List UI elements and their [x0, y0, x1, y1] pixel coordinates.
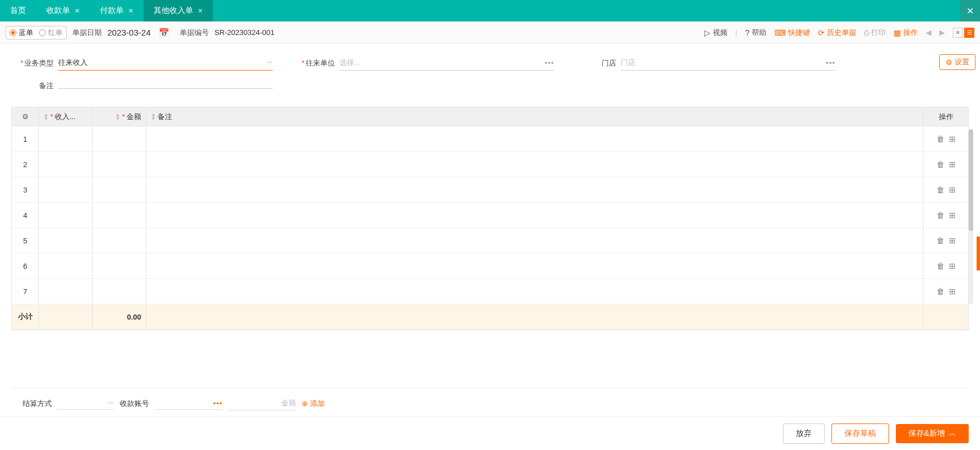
table-row[interactable]: 3 — [12, 177, 923, 203]
radio-blue[interactable]: 蓝单 — [10, 28, 33, 38]
biztype-select[interactable]: 往来收入﹀ — [58, 55, 273, 71]
subtotal-row: 小计0.00 — [12, 304, 923, 330]
close-icon[interactable]: ✕ — [75, 7, 80, 15]
delete-row-icon[interactable]: 🗑 — [937, 261, 944, 270]
chevron-up-icon: ︿ — [948, 429, 956, 439]
footer: 放弃 保存草稿 保存&新增︿ — [0, 416, 980, 450]
save-draft-button[interactable]: 保存草稿 — [831, 423, 889, 444]
tab-label: 首页 — [10, 6, 26, 16]
toolbar-right: ▷视频 | ?帮助 ⌨快捷键 ⟳历史单据 ⎙打印 ▦操作 ◀ ▶ ≡ ☰ — [704, 28, 974, 38]
store-select[interactable]: 门店••• — [621, 55, 835, 71]
delete-row-icon[interactable]: 🗑 — [937, 236, 944, 245]
save-and-new-button[interactable]: 保存&新增︿ — [896, 424, 969, 443]
table-row[interactable]: 4 — [12, 203, 923, 228]
help-link[interactable]: ?帮助 — [745, 28, 766, 38]
add-row-icon[interactable]: ⊞ — [949, 134, 956, 143]
grid-wrap: ⚙ ▲▼*收入... ▲▼*金额 ▲▼备注 1 2 3 4 5 6 7 小计0.… — [0, 107, 980, 388]
vertical-scrollbar[interactable] — [969, 129, 973, 304]
delete-row-icon[interactable]: 🗑 — [937, 287, 944, 296]
video-link[interactable]: ▷视频 — [704, 28, 728, 38]
delete-row-icon[interactable]: 🗑 — [937, 160, 944, 169]
add-row-icon[interactable]: ⊞ — [949, 185, 956, 194]
docno-label: 单据编号 — [180, 28, 209, 38]
shortcut-link[interactable]: ⌨快捷键 — [774, 28, 810, 38]
grid-gear[interactable]: ⚙ — [12, 107, 39, 126]
field-label: 门店 — [594, 58, 616, 68]
play-icon: ▷ — [704, 28, 711, 37]
row-number: 3 — [12, 177, 39, 202]
delete-row-icon[interactable]: 🗑 — [937, 185, 944, 194]
close-all-tabs[interactable]: ✕ — [960, 0, 980, 21]
settlement-row: 结算方式 ﹀ 收款账号 ••• 金额 ⊕添加 — [11, 388, 969, 416]
col-remark[interactable]: ▲▼备注 — [146, 107, 923, 126]
field-label: 业务类型 — [24, 59, 54, 67]
history-link[interactable]: ⟳历史单据 — [818, 28, 856, 38]
add-row-icon[interactable]: ⊞ — [949, 211, 956, 220]
add-settlement-button[interactable]: ⊕添加 — [302, 399, 325, 409]
tab-receipt[interactable]: 收款单✕ — [36, 0, 90, 21]
settle-method-select[interactable]: ﹀ — [58, 397, 114, 410]
delete-row-icon[interactable]: 🗑 — [937, 134, 944, 143]
subtotal-amount: 0.00 — [93, 304, 146, 329]
nav-prev[interactable]: ◀ — [926, 28, 931, 37]
settle-account-select[interactable]: ••• — [155, 397, 223, 410]
add-row-icon[interactable]: ⊞ — [949, 160, 956, 169]
table-row[interactable]: 2 — [12, 152, 923, 177]
field-biztype: *业务类型 往来收入﹀ — [14, 55, 273, 71]
date-label: 单据日期 — [72, 28, 102, 38]
calendar-icon[interactable]: 📅 — [159, 28, 169, 38]
add-row-icon[interactable]: ⊞ — [949, 287, 956, 296]
more-icon[interactable]: ••• — [545, 59, 554, 67]
row-number: 1 — [12, 126, 39, 151]
scrollbar-thumb[interactable] — [969, 129, 973, 231]
ops-link[interactable]: ▦操作 — [894, 28, 918, 38]
more-icon[interactable]: ••• — [213, 399, 223, 408]
keyboard-icon: ⌨ — [774, 28, 786, 37]
remark-input[interactable] — [58, 84, 273, 89]
row-ops: 🗑⊞ — [924, 203, 968, 228]
date-value[interactable]: 2023-03-24 — [107, 28, 151, 37]
settings-button[interactable]: ⚙设置 — [939, 54, 975, 70]
tab-home[interactable]: 首页 — [0, 0, 36, 21]
table-row[interactable]: 1 — [12, 126, 923, 152]
row-number: 7 — [12, 279, 39, 304]
document-bar: 蓝单 红单 单据日期 2023-03-24 📅 单据编号 SR-20230324… — [0, 21, 980, 44]
view-toggle: ≡ ☰ — [953, 28, 974, 38]
party-select[interactable]: 选择...••• — [339, 55, 554, 71]
form-area: ⚙设置 *业务类型 往来收入﹀ *往来单位 选择...••• 门店 门店••• … — [0, 44, 980, 107]
row-ops: 🗑⊞ — [924, 126, 968, 152]
row-ops: 🗑⊞ — [924, 228, 968, 254]
print-link[interactable]: ⎙打印 — [864, 28, 886, 38]
tab-other-income[interactable]: 其他收入单✕ — [143, 0, 213, 21]
settle-amount-input[interactable]: 金额 — [228, 396, 296, 410]
add-row-icon[interactable]: ⊞ — [949, 236, 956, 245]
table-row[interactable]: 6 — [12, 254, 923, 279]
more-icon[interactable]: ••• — [826, 59, 835, 67]
radio-label: 红单 — [48, 28, 63, 38]
close-icon[interactable]: ✕ — [128, 7, 133, 15]
tab-label: 其他收入单 — [154, 6, 193, 16]
field-label: 往来单位 — [306, 59, 335, 67]
docno-value: SR-20230324-001 — [215, 28, 275, 37]
print-icon: ⎙ — [864, 28, 869, 37]
nav-next[interactable]: ▶ — [939, 28, 945, 37]
close-icon[interactable]: ✕ — [198, 7, 203, 15]
row-ops: 🗑⊞ — [924, 254, 968, 279]
col-amount[interactable]: ▲▼*金额 — [93, 107, 146, 126]
delete-row-icon[interactable]: 🗑 — [937, 211, 944, 220]
radio-red[interactable]: 红单 — [39, 28, 63, 38]
chevron-down-icon: ﹀ — [108, 399, 114, 408]
view-detail[interactable]: ☰ — [964, 28, 974, 38]
field-party: *往来单位 选择...••• — [295, 55, 554, 71]
add-row-icon[interactable]: ⊞ — [949, 261, 956, 270]
table-row[interactable]: 7 — [12, 279, 923, 304]
row-number: 6 — [12, 254, 39, 278]
tab-payment[interactable]: 付款单✕ — [90, 0, 143, 21]
table-row[interactable]: 5 — [12, 228, 923, 254]
tab-label: 收款单 — [46, 6, 70, 16]
col-income[interactable]: ▲▼*收入... — [39, 107, 93, 126]
view-compact[interactable]: ≡ — [953, 28, 963, 38]
grid-header: ⚙ ▲▼*收入... ▲▼*金额 ▲▼备注 — [12, 107, 923, 126]
doc-type-radio-group: 蓝单 红单 — [6, 26, 67, 40]
discard-button[interactable]: 放弃 — [783, 423, 825, 444]
